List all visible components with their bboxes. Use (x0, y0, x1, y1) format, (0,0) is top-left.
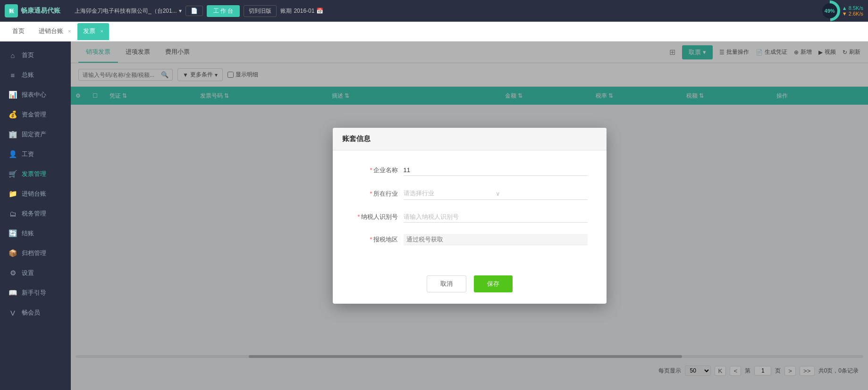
required-star: * (370, 166, 372, 174)
sidebar-item-finance[interactable]: 💰 资金管理 (0, 105, 71, 124)
sidebar-item-archive[interactable]: 📦 归档管理 (0, 243, 71, 263)
tax-id-input[interactable] (404, 211, 588, 223)
sidebar-item-member[interactable]: V 畅会员 (0, 303, 71, 323)
switch-old-button[interactable]: 切到旧版 (244, 5, 277, 17)
required-star: * (357, 213, 360, 220)
app-name: 畅康通易代账 (21, 7, 60, 15)
ledger-icon: ≡ (8, 71, 17, 79)
sidebar-item-ledger-main[interactable]: ≡ 总账 (0, 65, 71, 85)
modal-footer: 取消 保存 (333, 268, 607, 304)
sidebar: ⌂ 首页 ≡ 总账 📊 报表中心 💰 资金管理 🏢 固定资产 👤 工资 🛒 发票… (0, 41, 71, 390)
industry-select[interactable]: 请选择行业 ∨ (404, 187, 588, 200)
workbench-button[interactable]: 工 作 台 (207, 5, 240, 17)
sidebar-item-invoice[interactable]: 🛒 发票管理 (0, 164, 71, 184)
sidebar-item-salary[interactable]: 👤 工资 (0, 144, 71, 164)
period-value: 2016-01 (294, 8, 314, 14)
cancel-button[interactable]: 取消 (427, 275, 466, 292)
sidebar-item-reports[interactable]: 📊 报表中心 (0, 85, 71, 105)
sidebar-item-label: 畅会员 (22, 308, 40, 317)
select-arrow-icon: ∨ (496, 190, 588, 197)
sidebar-item-label: 税务管理 (22, 209, 46, 218)
sidebar-item-label: 总账 (22, 71, 34, 79)
tab-ledger[interactable]: 进销台账 × (33, 23, 76, 40)
sidebar-item-label: 报表中心 (22, 91, 46, 99)
sidebar-item-label: 新手引导 (22, 289, 46, 297)
tab-home[interactable]: 首页 (5, 23, 32, 40)
nav-tabs: 首页 进销台账 × 发票 × (0, 22, 868, 41)
assets-icon: 🏢 (8, 130, 17, 139)
content-area: 销项发票 进项发票 费用小票 ⊞ 取票 ▾ ☰ 批量操 (71, 41, 868, 390)
speed-values: ▲ 8.5K/s ▼ 2.6K/s (842, 5, 863, 17)
tab-ledger-label: 进销台账 (39, 27, 63, 35)
period-label: 账期 (280, 7, 292, 15)
tab-invoice[interactable]: 发票 × (77, 23, 109, 40)
sidebar-item-label: 固定资产 (22, 130, 46, 139)
sidebar-item-label: 资金管理 (22, 110, 46, 119)
main-layout: ⌂ 首页 ≡ 总账 📊 报表中心 💰 资金管理 🏢 固定资产 👤 工资 🛒 发票… (0, 41, 868, 390)
form-row-industry: *所在行业 请选择行业 ∨ (352, 187, 588, 200)
reports-icon: 📊 (8, 91, 17, 99)
save-button[interactable]: 保存 (474, 275, 513, 292)
tab-invoice-label: 发票 (83, 27, 95, 35)
sidebar-item-label: 首页 (22, 51, 34, 59)
download-speed: ▼ 2.6K/s (842, 11, 863, 17)
sidebar-item-home[interactable]: ⌂ 首页 (0, 45, 71, 65)
sidebar-item-label: 设置 (22, 269, 34, 277)
modal-title: 账套信息 (333, 128, 607, 150)
label-tax-region: *报税地区 (352, 235, 404, 244)
topbar: 账 畅康通易代账 上海卯金刀电子科技有限公司_（台201... ▾ 📄 工 作 … (0, 0, 868, 22)
logo-icon: 账 (5, 4, 18, 17)
settings-icon: ⚙ (8, 269, 17, 277)
sales-ledger-icon: 📁 (8, 190, 17, 198)
sidebar-item-tax[interactable]: 🗂 税务管理 (0, 204, 71, 224)
calendar-icon[interactable]: 📅 (316, 8, 323, 14)
upload-speed: ▲ 8.5K/s (842, 5, 863, 11)
archive-icon: 📦 (8, 249, 17, 257)
form-row-enterprise: *企业名称 (352, 165, 588, 176)
finance-icon: 💰 (8, 110, 17, 119)
industry-placeholder: 请选择行业 (404, 189, 496, 198)
sidebar-item-close-account[interactable]: 🔄 结账 (0, 224, 71, 243)
period-display: 账期 2016-01 📅 (280, 7, 323, 15)
invoice-icon: 🛒 (8, 170, 17, 178)
required-star: * (370, 236, 372, 243)
label-enterprise: *企业名称 (352, 166, 404, 174)
label-tax-id: *纳税人识别号 (352, 213, 404, 221)
sidebar-item-assets[interactable]: 🏢 固定资产 (0, 124, 71, 144)
app-logo: 账 畅康通易代账 (5, 4, 71, 17)
speed-circle: 49% (819, 0, 840, 21)
tab-ledger-close[interactable]: × (68, 28, 71, 34)
required-star: * (370, 190, 372, 197)
copy-button[interactable]: 📄 (185, 6, 203, 16)
salary-icon: 👤 (8, 150, 17, 158)
sidebar-item-label: 发票管理 (22, 170, 46, 178)
modal-overlay: 账套信息 *企业名称 *所在行业 (71, 41, 868, 390)
sidebar-item-guide[interactable]: 📖 新手引导 (0, 283, 71, 303)
company-dropdown-arrow: ▾ (179, 8, 182, 14)
enterprise-name-input[interactable] (404, 165, 588, 176)
sidebar-item-sales-ledger[interactable]: 📁 进销台账 (0, 184, 71, 204)
tax-icon: 🗂 (8, 210, 17, 218)
close-account-icon: 🔄 (8, 229, 17, 238)
label-industry: *所在行业 (352, 190, 404, 198)
sidebar-item-label: 工资 (22, 150, 34, 158)
sidebar-item-settings[interactable]: ⚙ 设置 (0, 263, 71, 283)
sidebar-item-label: 进销台账 (22, 190, 46, 198)
company-name: 上海卯金刀电子科技有限公司_（台201... (75, 7, 177, 15)
speed-percent: 49% (822, 3, 837, 18)
sidebar-item-label: 归档管理 (22, 249, 46, 257)
sidebar-item-label: 结账 (22, 229, 34, 238)
account-info-modal: 账套信息 *企业名称 *所在行业 (333, 128, 607, 304)
home-icon: ⌂ (8, 51, 17, 59)
member-icon: V (8, 309, 17, 317)
form-row-tax-id: *纳税人识别号 (352, 211, 588, 223)
modal-body: *企业名称 *所在行业 请选择行业 ∨ (333, 150, 607, 268)
form-row-tax-region: *报税地区 (352, 234, 588, 245)
tax-region-input (404, 234, 588, 245)
tab-invoice-close[interactable]: × (100, 28, 103, 34)
guide-icon: 📖 (8, 289, 17, 297)
network-speed: 49% ▲ 8.5K/s ▼ 2.6K/s (819, 0, 863, 21)
company-selector[interactable]: 上海卯金刀电子科技有限公司_（台201... ▾ (75, 7, 182, 15)
